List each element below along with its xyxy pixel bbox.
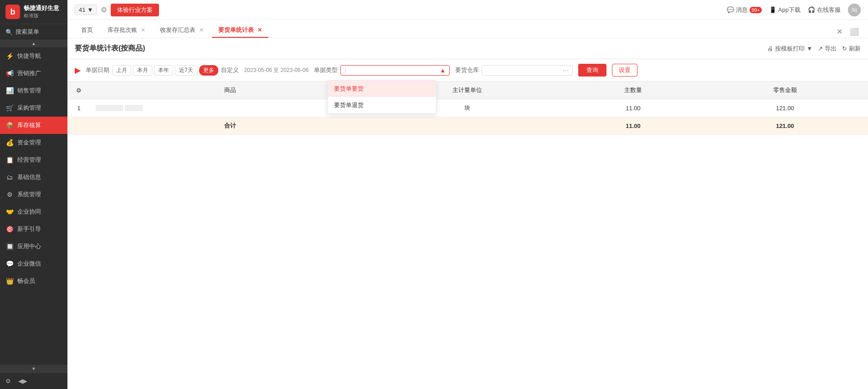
phone-icon: 📱	[769, 6, 776, 13]
date-filter-group: 单据日期 上月 本月 本年 近7天 更多 自定义	[86, 65, 239, 76]
col-quantity: 主数量	[565, 82, 702, 99]
messages-action[interactable]: 💬 消息 99+	[727, 6, 762, 14]
tab-home-label: 首页	[81, 26, 93, 34]
sidebar-footer: ⚙ ◀▶	[0, 373, 67, 389]
type-filter-group: 单据类型 | ▲	[314, 65, 450, 76]
table-row: 1 块 11.00 121.00	[67, 99, 868, 117]
sidebar-scroll-up[interactable]: ▲	[0, 40, 67, 47]
tab-receipts-summary-label: 收发存汇总表	[160, 26, 195, 34]
enterprise-icon: 🤝	[5, 208, 14, 216]
date-btn-last-month[interactable]: 上月	[112, 65, 131, 76]
sidebar-item-label: 企业微信	[17, 260, 41, 268]
type-selected-value: |	[344, 67, 437, 74]
total-amount: 121.00	[702, 117, 868, 135]
col-amount: 零售金额	[702, 82, 868, 99]
top-header: 41 ▼ ⚙ 体验行业方案 💬 消息 99+ 📱 App下载 🎧 在线客服	[67, 0, 868, 20]
tab-inventory-batch[interactable]: 库存批次账 ✕	[101, 23, 152, 38]
sidebar-item-inventory[interactable]: 📦 库存核算	[0, 117, 67, 134]
sidebar-search[interactable]: 🔍 搜索菜单	[0, 24, 67, 40]
type-option-yaohuodantuihuo[interactable]: 要货单退货	[328, 97, 436, 113]
query-button[interactable]: 查询	[578, 64, 606, 77]
collapse-footer-btn[interactable]: ◀▶	[18, 378, 27, 384]
maximize-tab-btn[interactable]: ⬜	[848, 26, 861, 38]
print-icon: 🖨	[767, 45, 773, 52]
sidebar-item-operation[interactable]: 📋 经营管理	[0, 151, 67, 169]
close-inventory-batch-icon[interactable]: ✕	[141, 27, 145, 33]
date-btn-this-month[interactable]: 本月	[133, 65, 152, 76]
type-dropdown-popup: 要货单要货 要货单退货	[327, 80, 437, 114]
sidebar-logo: b 畅捷通好生意 标准版	[0, 0, 67, 24]
tab-bar: 首页 库存批次账 ✕ 收发存汇总表 ✕ 要货单统计表 ✕ ✕ ⬜	[67, 20, 868, 38]
sidebar-item-label: 基础信息	[17, 173, 41, 181]
tab-inventory-batch-label: 库存批次账	[108, 26, 137, 34]
purchase-icon: 🛒	[5, 104, 14, 112]
chevron-down-icon: ▼	[87, 6, 93, 13]
type-option-yaohuodanyaohuo[interactable]: 要货单要货	[328, 81, 436, 97]
close-all-tabs-btn[interactable]: ✕	[835, 26, 844, 38]
online-service-action[interactable]: 🎧 在线客服	[808, 6, 841, 14]
warehouse-filter-group: 要货仓库 ⋯	[455, 65, 573, 76]
sidebar-item-finance[interactable]: 💰 资金管理	[0, 134, 67, 151]
sidebar-item-guide[interactable]: 🎯 新手引导	[0, 220, 67, 238]
messages-badge: 99+	[750, 7, 762, 13]
sidebar-item-enterprise[interactable]: 🤝 企业协同	[0, 203, 67, 220]
row-no: 1	[67, 99, 90, 117]
table-header-row: ⚙ 商品 主计量单位 主数量 零售金额	[67, 82, 868, 99]
tab-receipts-summary[interactable]: 收发存汇总表 ✕	[154, 23, 210, 38]
sidebar-item-wechat[interactable]: 💬 企业微信	[0, 255, 67, 272]
sidebar-item-basic[interactable]: 🗂 基础信息	[0, 169, 67, 186]
search-icon: 🔍	[5, 29, 13, 36]
tab-order-stats[interactable]: 要货单统计表 ✕	[212, 23, 268, 38]
total-quantity: 11.00	[565, 117, 702, 135]
date-btn-this-year[interactable]: 本年	[154, 65, 173, 76]
date-btn-more[interactable]: 更多	[199, 65, 218, 76]
warehouse-more-icon: ⋯	[563, 67, 569, 74]
trial-button[interactable]: 体验行业方案	[111, 4, 159, 16]
col-settings[interactable]: ⚙	[67, 82, 90, 99]
refresh-btn[interactable]: ↻ 刷新	[842, 45, 861, 53]
sidebar-scroll-down[interactable]: ▼	[0, 365, 67, 373]
wechat-icon: 💬	[5, 260, 14, 268]
app-download-action[interactable]: 📱 App下载	[769, 6, 801, 14]
online-service-label: 在线客服	[817, 6, 841, 14]
store-number: 41	[79, 6, 85, 13]
sidebar-item-member[interactable]: 👑 畅会员	[0, 272, 67, 290]
sidebar-item-purchase[interactable]: 🛒 采购管理	[0, 99, 67, 117]
tab-order-stats-label: 要货单统计表	[218, 26, 254, 34]
type-dropdown[interactable]: | ▲	[340, 65, 450, 76]
sidebar-item-apps[interactable]: 🔲 应用中心	[0, 238, 67, 255]
export-btn[interactable]: ↗ 导出	[818, 45, 837, 53]
filter-collapse-btn[interactable]: ▶	[75, 66, 80, 75]
sidebar-item-label: 资金管理	[17, 138, 41, 147]
row-amount: 121.00	[702, 99, 868, 117]
sidebar-item-sales[interactable]: 📊 销售管理	[0, 82, 67, 99]
settings-footer-btn[interactable]: ⚙	[5, 378, 11, 384]
column-settings-icon[interactable]: ⚙	[76, 87, 82, 94]
filter-bar: ▶ 单据日期 上月 本月 本年 近7天 更多 自定义 2023-05-06 至 …	[67, 59, 868, 82]
brand-name: 畅捷通好生意	[24, 5, 59, 12]
set-button[interactable]: 设置	[612, 64, 637, 77]
store-selector[interactable]: 41 ▼	[75, 5, 97, 15]
sidebar-item-quicknav[interactable]: ⚡ 快捷导航	[0, 47, 67, 65]
date-range-display: 2023-05-06 至 2023-06-06	[244, 67, 308, 74]
sidebar-item-label: 企业协同	[17, 208, 41, 216]
close-receipts-summary-icon[interactable]: ✕	[199, 27, 204, 33]
sidebar-item-marketing[interactable]: 📢 营销推广	[0, 65, 67, 82]
app-download-label: App下载	[778, 6, 801, 14]
warehouse-dropdown[interactable]: ⋯	[482, 65, 573, 76]
date-btn-7days[interactable]: 近7天	[175, 65, 197, 76]
page-title: 要货单统计表(按商品)	[75, 44, 145, 53]
export-icon: ↗	[818, 45, 823, 52]
system-icon: ⚙	[5, 190, 14, 199]
user-avatar[interactable]: Rit	[848, 4, 861, 16]
custom-label: 自定义	[221, 66, 239, 74]
header-settings-btn[interactable]: ⚙	[101, 5, 107, 14]
warehouse-filter-label: 要货仓库	[455, 66, 479, 74]
close-order-stats-icon[interactable]: ✕	[257, 27, 262, 33]
sidebar-nav: ⚡ 快捷导航 📢 营销推广 📊 销售管理 🛒 采购管理 📦 库存核算 💰 资金管…	[0, 47, 67, 365]
sidebar-item-system[interactable]: ⚙ 系统管理	[0, 186, 67, 203]
tab-home[interactable]: 首页	[75, 23, 99, 38]
print-template-btn[interactable]: 🖨 按模板打印 ▼	[767, 45, 812, 53]
member-icon: 👑	[5, 277, 14, 285]
sidebar-item-label: 采购管理	[17, 104, 41, 112]
